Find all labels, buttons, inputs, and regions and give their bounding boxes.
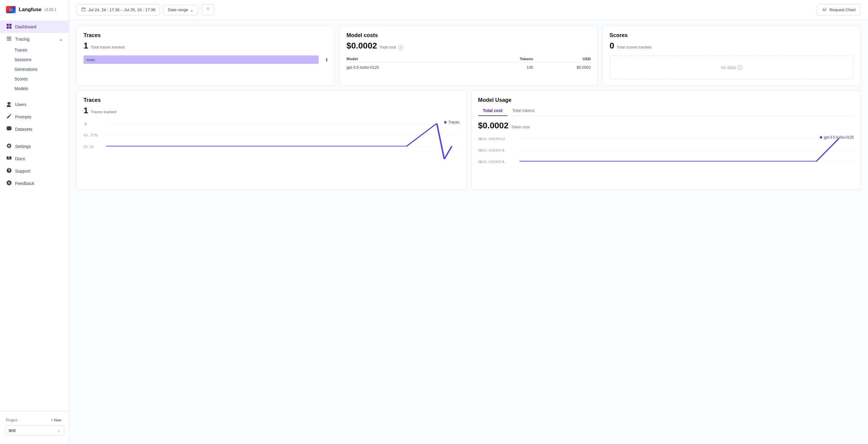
chevron-down-icon: ⌄ <box>190 7 193 12</box>
traces-chart-legend: Traces <box>444 120 459 125</box>
traces-chart-title: Traces <box>84 97 460 103</box>
sidebar-item-label: Support <box>15 169 30 173</box>
help-circle-icon <box>6 168 12 174</box>
info-icon: i <box>738 65 742 70</box>
sidebar-sub-item-generations[interactable]: Generations <box>0 64 69 74</box>
info-icon: i <box>398 45 403 50</box>
sidebar-item-label: Docs <box>15 156 25 161</box>
model-usage-chart-svg: $0.0002 $0.0001 $0.0001 <box>478 135 854 177</box>
sidebar-sub-item-scores[interactable]: Scores <box>0 74 69 84</box>
project-label-area: Project + New <box>0 416 69 424</box>
sidebar-item-label: Users <box>15 102 27 107</box>
calendar-icon <box>81 7 86 13</box>
model-costs-label: Total cost <box>379 45 396 49</box>
tokens-col-header: Tokens <box>478 56 533 63</box>
app-name: Langfuse <box>19 7 41 13</box>
app-version: v2.65.1 <box>44 7 56 12</box>
traces-chart-count: 1 <box>84 106 88 115</box>
sidebar-item-settings[interactable]: Settings <box>0 140 69 152</box>
sidebar: 🎏 Langfuse v2.65.1 Dashboard Tracing ⌄ T… <box>0 0 69 444</box>
date-range-text: Jul 24, 24 : 17:36 – Jul 25, 24 : 17:36 <box>88 7 155 12</box>
sidebar-item-support[interactable]: Support <box>0 165 69 177</box>
traces-spike <box>437 124 452 159</box>
sidebar-item-dashboard[interactable]: Dashboard <box>0 21 69 33</box>
usd-col-header: USD <box>533 56 591 63</box>
model-costs-title: Model costs <box>346 32 591 39</box>
chevron-down-icon: ⌄ <box>59 37 63 41</box>
model-legend-label: gpt-3.5-turbo-0125 <box>824 135 854 139</box>
table-row: gpt-3.5-turbo-0125 130 $0.0002 <box>346 63 591 72</box>
filter-icon <box>206 8 211 13</box>
model-usage-chart-card: Model Usage Total cost Total tokens $0.0… <box>471 91 861 190</box>
sidebar-item-label: Feedback <box>15 181 34 186</box>
model-usage-stat: $0.0002 Token cost <box>478 121 854 130</box>
sidebar-sub-item-sessions[interactable]: Sessions <box>0 55 69 64</box>
sidebar-item-label: Settings <box>15 144 31 149</box>
new-project-button[interactable]: + New <box>49 417 63 423</box>
edit-icon <box>6 113 12 120</box>
project-selector[interactable]: test ⌄ <box>5 425 64 436</box>
model-usage-header: Model Usage <box>478 97 854 103</box>
trace-bar-count: 1 <box>322 57 328 62</box>
model-usage-tabs: Total cost Total tokens <box>478 106 854 116</box>
sidebar-item-feedback[interactable]: Feedback <box>0 177 69 190</box>
model-usage-chart-area: gpt-3.5-turbo-0125 $0.0002 $0.0001 $0.00… <box>478 135 854 183</box>
svg-rect-5 <box>82 8 85 11</box>
y-label-075: 0.75 <box>84 133 98 137</box>
tokens-cell: 130 <box>478 63 533 72</box>
traces-legend-label: Traces <box>448 120 459 125</box>
traces-chart-area: Traces 1 0.75 0.5 <box>84 120 460 168</box>
filter-button[interactable] <box>202 4 214 15</box>
y-label-0002: $0.0002 <box>478 137 505 141</box>
sidebar-item-tracing[interactable]: Tracing ⌄ <box>0 33 69 45</box>
model-name-cell: gpt-3.5-turbo-0125 <box>346 63 478 72</box>
tab-total-cost[interactable]: Total cost <box>478 106 507 116</box>
date-range-dropdown-button[interactable]: Date range ⌄ <box>163 5 198 15</box>
scores-card-title: Scores <box>610 32 854 39</box>
trace-bar-row: main 1 <box>84 56 328 64</box>
summary-cards-row: Traces 1 Total traces tracked main 1 Mod… <box>76 26 861 86</box>
y-label-0001a: $0.0001 <box>478 148 505 152</box>
scores-stat: 0 Total scores tracked <box>610 41 854 50</box>
grid-icon <box>6 23 12 30</box>
sidebar-item-label: Prompts <box>15 114 31 119</box>
tab-total-tokens[interactable]: Total tokens <box>507 106 540 116</box>
traces-count: 1 <box>84 41 88 50</box>
trace-bar: main <box>84 56 319 64</box>
no-data-box: No data i <box>610 56 854 79</box>
sidebar-item-users[interactable]: Users <box>0 98 69 110</box>
dashboard-content: Traces 1 Total traces tracked main 1 Mod… <box>69 20 868 444</box>
chevron-down-icon: ⌄ <box>57 428 60 433</box>
users-icon <box>6 101 12 108</box>
dropdown-label: Date range <box>168 7 188 12</box>
model-usage-label: Token cost <box>511 125 530 129</box>
sidebar-item-label: Datasets <box>15 127 32 132</box>
traces-chart-label: Traces tracked <box>91 110 117 114</box>
sidebar-item-datasets[interactable]: Datasets <box>0 123 69 135</box>
sidebar-item-docs[interactable]: Docs <box>0 152 69 165</box>
model-costs-card: Model costs $0.0002 Total cost i Model T… <box>339 26 597 86</box>
request-chart-button[interactable]: Request Chart <box>817 4 861 15</box>
traces-chart-header: Traces 1 Traces tracked <box>84 97 460 115</box>
date-range-button[interactable]: Jul 24, 24 : 17:36 – Jul 25, 24 : 17:36 <box>76 4 160 15</box>
sidebar-item-label: Dashboard <box>15 24 36 29</box>
main-content: Jul 24, 24 : 17:36 – Jul 25, 24 : 17:36 … <box>69 0 868 444</box>
logo-area: 🎏 Langfuse v2.65.1 <box>0 6 69 21</box>
model-usage-amount: $0.0002 <box>478 121 508 130</box>
y-label-0001b: $0.0001 <box>478 160 505 164</box>
topbar: Jul 24, 24 : 17:36 – Jul 25, 24 : 17:36 … <box>69 0 868 20</box>
traces-card-title: Traces <box>84 32 328 39</box>
project-label: Project <box>6 418 17 422</box>
tab-total-tokens-label: Total tokens <box>512 108 535 113</box>
scores-summary-card: Scores 0 Total scores tracked No data i <box>603 26 861 86</box>
sidebar-item-prompts[interactable]: Prompts <box>0 110 69 123</box>
sidebar-sub-item-traces[interactable]: Traces <box>0 45 69 55</box>
chart-icon <box>822 7 827 13</box>
model-usage-legend: gpt-3.5-turbo-0125 <box>820 135 854 139</box>
sidebar-sub-item-models[interactable]: Models <box>0 84 69 93</box>
gear-icon <box>6 143 12 150</box>
no-data-label: No data <box>721 65 736 70</box>
traces-stat: 1 Total traces tracked <box>84 41 328 50</box>
svg-rect-0 <box>7 24 9 26</box>
selected-project-name: test <box>9 428 16 433</box>
